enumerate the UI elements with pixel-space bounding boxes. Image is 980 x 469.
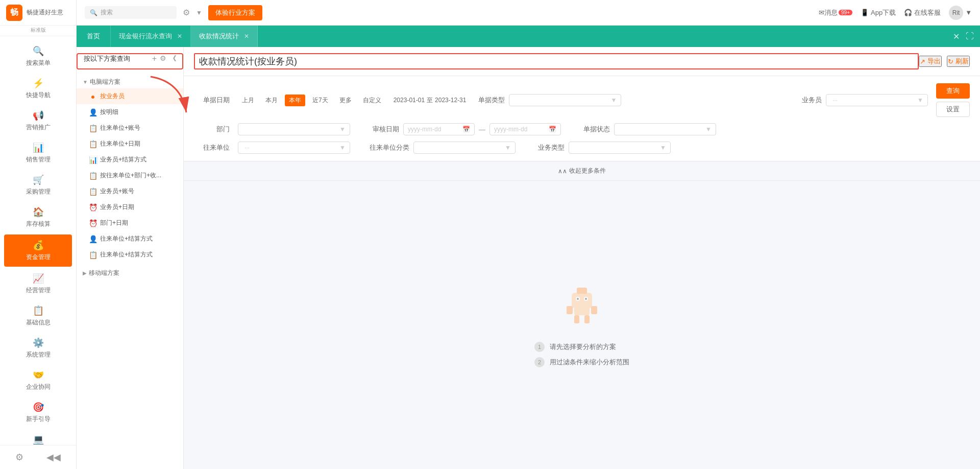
sidebar-item-shortcut[interactable]: ⚡ 快捷导航 [0,73,76,105]
review-date-label: 审核日期 [369,125,399,134]
left-panel: 按以下方案查询 + ⚙ 《 ▼ 电脑端方案 ● 按业务员 👤 [77,47,184,469]
partner-chevron: ▼ [339,144,346,151]
svg-rect-8 [591,306,597,314]
search-icon: 🔍 [90,9,97,16]
refresh-icon: ↻ [948,58,953,65]
tab-receipt[interactable]: 收款情况统计 ✕ [191,26,258,47]
user-avatar[interactable]: Rit ▼ [949,6,972,20]
topbar-search-box[interactable]: 🔍 搜索 [85,6,177,19]
staff-more-icon[interactable]: ··· [832,97,838,104]
empty-illustration [556,283,607,334]
date-curr-year-btn[interactable]: 本年 [285,95,305,106]
corp-icon: 🤝 [33,369,44,381]
staff-icon: ● [89,92,97,101]
sidebar-item-hardware[interactable]: 💻 智能硬件 [0,429,76,445]
mobile-section: ▶ 移动端方案 [77,265,183,282]
review-date-end[interactable]: yyyy-mm-dd 📅 [489,123,561,135]
scheme-item-by-detail[interactable]: 👤 按明细 [77,104,183,120]
sidebar-collapse-btn[interactable]: ◀◀ [44,450,63,465]
dept-date-icon: ⏰ [89,219,97,227]
empty-state: 1 请先选择要分析的方案 2 用过滤条件来缩小分析范围 [184,181,980,469]
unit-date-icon: 📋 [89,140,97,148]
export-button[interactable]: ↗ 导出 [919,56,942,67]
biz-type-select[interactable]: ▼ [569,142,671,154]
tab-receipt-label: 收款情况统计 [199,32,239,41]
sidebar-item-operation[interactable]: 📈 经营管理 [0,268,76,300]
partner-category-select[interactable]: ▼ [413,142,516,154]
scheme-item-unit-date[interactable]: 📋 往来单位+日期 [77,136,183,152]
mobile-section-title[interactable]: ▶ 移动端方案 [77,267,183,279]
sidebar-item-sales[interactable]: 📊 销售管理 [0,137,76,169]
date-7days-btn[interactable]: 近7天 [308,95,332,106]
doc-type-label: 单据类型 [474,96,505,105]
collapse-panel-icon[interactable]: 《 [169,54,176,63]
chevron-down-icon: ▼ [965,9,972,16]
scheme-item-unit-settle2[interactable]: 📋 往来单位+结算方式 [77,247,183,263]
topbar-gear-icon[interactable]: ⚙ [183,8,190,17]
query-button[interactable]: 查询 [936,83,970,99]
online-service-button[interactable]: 🎧 在线客服 [904,8,941,17]
svg-rect-6 [574,305,590,315]
doc-status-select[interactable]: ▼ [614,123,716,135]
app-download-button[interactable]: 📱 App下载 [861,8,896,17]
review-date-start[interactable]: yyyy-mm-dd 📅 [403,123,475,135]
staff-select[interactable]: ··· ▼ [826,94,928,106]
main-content: 🔍 搜索 ⚙ ▼ 体验行业方案 ✉ 消息 99+ 📱 App下载 🎧 在线客服 … [77,0,980,469]
sidebar-item-guide[interactable]: 🎯 新手引导 [0,396,76,429]
step-1-text: 请先选择要分析的方案 [550,342,616,351]
tab-bank[interactable]: 现金银行流水查询 ✕ [111,26,191,47]
pc-arrow-icon: ▼ [83,79,88,85]
scheme-item-staff-settle[interactable]: 📊 业务员+结算方式 [77,152,183,168]
message-button[interactable]: ✉ 消息 99+ [819,8,852,17]
collapse-bar: ∧∧ 收起更多条件 [184,161,980,181]
tab-bank-close[interactable]: ✕ [177,33,182,40]
sidebar-item-fund[interactable]: 💰 资金管理 [4,235,72,267]
date-more-btn[interactable]: 更多 [335,95,356,106]
tabbar-actions: ✕ ⛶ [947,26,980,47]
scheme-item-unit-dept[interactable]: 📋 按往来单位+部门+收... [77,168,183,183]
refresh-button[interactable]: ↻ 刷新 [947,56,970,67]
dept-chevron: ▼ [339,126,346,133]
dept-select[interactable]: ▼ [238,123,350,135]
sidebar-item-inventory[interactable]: 🏠 库存核算 [0,201,76,233]
sidebar-item-system[interactable]: ⚙️ 系统管理 [0,332,76,364]
sidebar-item-corp[interactable]: 🤝 企业协同 [0,364,76,396]
settings-button[interactable]: 设置 [936,102,970,117]
sidebar-item-search[interactable]: 🔍 搜索菜单 [0,40,76,73]
unit-settle1-icon: 👤 [89,235,97,243]
partner-more-icon[interactable]: ··· [244,144,250,151]
scheme-item-unit-account[interactable]: 📋 往来单位+账号 [77,120,183,136]
date-custom-btn[interactable]: 自定义 [359,95,385,106]
filter-row-1: 单据日期 上月 本月 本年 近7天 更多 自定义 2023-01-01 至 20… [194,83,970,117]
doc-type-select[interactable]: ▼ [509,94,621,106]
guide-icon: 🎯 [33,402,44,413]
scheme-settings-icon[interactable]: ⚙ [160,54,166,63]
doc-status-chevron: ▼ [705,126,712,133]
window-maximize-icon[interactable]: ⛶ [966,32,974,41]
scheme-item-staff-account[interactable]: 📋 业务员+账号 [77,183,183,199]
collapse-conditions-btn[interactable]: ∧∧ 收起更多条件 [558,167,606,175]
date-prev-month-btn[interactable]: 上月 [238,95,258,106]
window-close-icon[interactable]: ✕ [953,32,960,41]
pc-section-title[interactable]: ▼ 电脑端方案 [77,76,183,88]
unit-dept-icon: 📋 [89,172,97,180]
trial-button[interactable]: 体验行业方案 [208,5,262,20]
sidebar-item-basic[interactable]: 📋 基础信息 [0,300,76,332]
sidebar-item-marketing[interactable]: 📢 营销推广 [0,105,76,137]
export-icon: ↗ [920,58,925,65]
app-logo-icon: 畅 [6,5,22,21]
scheme-item-dept-date[interactable]: ⏰ 部门+日期 [77,215,183,231]
partner-select[interactable]: ··· ▼ [238,142,350,154]
tab-receipt-close[interactable]: ✕ [244,33,249,40]
sidebar-item-purchase[interactable]: 🛒 采购管理 [0,169,76,201]
add-scheme-icon[interactable]: + [152,54,157,63]
date-curr-month-btn[interactable]: 本月 [261,95,282,106]
scheme-item-by-staff[interactable]: ● 按业务员 [77,88,183,104]
sidebar-settings-btn[interactable]: ⚙ [13,450,26,465]
scheme-item-unit-settle1[interactable]: 👤 往来单位+结算方式 [77,231,183,247]
tab-home[interactable]: 首页 [77,26,111,47]
svg-rect-10 [584,315,590,323]
app-logo-text: 畅捷通好生意 [27,9,63,17]
svg-rect-7 [567,306,573,314]
scheme-item-staff-date[interactable]: ⏰ 业务员+日期 [77,199,183,215]
